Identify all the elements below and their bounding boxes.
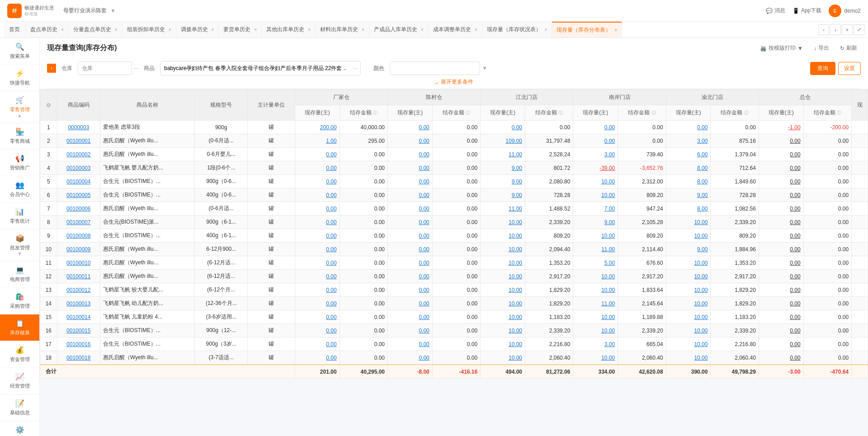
- cell-yubei-cur[interactable]: 10.00: [666, 229, 711, 243]
- cell-chenshi-cur[interactable]: 0.00: [388, 256, 433, 270]
- cell-yubei-cur[interactable]: 10.00: [666, 216, 711, 229]
- cell-yubei-cur[interactable]: 10.00: [666, 270, 711, 283]
- setting-button[interactable]: 设置: [838, 62, 861, 75]
- tab-expand-btn[interactable]: ⤢: [854, 24, 864, 35]
- sidebar-item-member[interactable]: 👥 会员中心: [0, 176, 39, 203]
- cell-jiangbei-cur[interactable]: 11.00: [481, 202, 525, 216]
- cell-code[interactable]: 00100005: [57, 188, 100, 202]
- cell-factory-cur[interactable]: 0.00: [295, 161, 340, 175]
- cell-nanan-cur[interactable]: 11.00: [573, 297, 618, 310]
- sidebar-item-wholesale[interactable]: 📦 批发管理 ▼: [0, 230, 39, 261]
- sidebar-item-system[interactable]: ⚙️ 系统管理: [0, 421, 39, 436]
- cell-yubei-cur[interactable]: 10.00: [666, 324, 711, 338]
- cell-factory-cur[interactable]: 0.00: [295, 297, 340, 310]
- tab-close-icon[interactable]: ×: [421, 27, 424, 32]
- cell-nanan-cur[interactable]: 11.00: [573, 243, 618, 256]
- tab-material-out[interactable]: 材料出库单历史 ×: [316, 22, 369, 38]
- cell-nanan-cur[interactable]: 10.00: [573, 270, 618, 283]
- cell-factory-cur[interactable]: 0.00: [295, 148, 340, 161]
- cell-chenshi-cur[interactable]: 0.00: [388, 216, 433, 229]
- cell-total-cur[interactable]: 0.00: [759, 310, 803, 324]
- app-download-btn[interactable]: 📱 App下载: [793, 7, 821, 14]
- cell-yubei-cur[interactable]: 0.00: [666, 121, 711, 134]
- sidebar-item-basic[interactable]: 📝 基础信息: [0, 394, 39, 421]
- cell-total-cur[interactable]: 0.00: [759, 283, 803, 297]
- cell-total-cur[interactable]: 0.00: [759, 270, 803, 283]
- tab-cost-adjust[interactable]: 成本调整单历史 ×: [429, 22, 482, 38]
- sidebar-item-purchase[interactable]: 🛍️ 采购管理: [0, 288, 39, 314]
- cell-code[interactable]: 00100007: [57, 216, 100, 229]
- cell-jiangbei-cur[interactable]: 10.00: [481, 270, 525, 283]
- search-button[interactable]: 查询: [810, 62, 835, 75]
- cell-factory-cur[interactable]: 0.00: [295, 310, 340, 324]
- cell-yubei-cur[interactable]: 9.00: [666, 188, 711, 202]
- sidebar-item-quick-nav[interactable]: ⚡ 快捷导航: [0, 65, 39, 91]
- cell-code[interactable]: 00100014: [57, 310, 100, 324]
- cell-chenshi-cur[interactable]: 0.00: [388, 270, 433, 283]
- cell-total-cur[interactable]: 0.00: [759, 188, 803, 202]
- cell-factory-cur[interactable]: 0.00: [295, 243, 340, 256]
- cell-code[interactable]: 00100004: [57, 175, 100, 188]
- cell-total-cur[interactable]: -1.00: [759, 121, 803, 134]
- cell-yubei-cur[interactable]: 3.00: [666, 134, 711, 148]
- cell-factory-cur[interactable]: 0.00: [295, 283, 340, 297]
- cell-yubei-cur[interactable]: 8.00: [666, 161, 711, 175]
- cell-total-cur[interactable]: 0.00: [759, 216, 803, 229]
- cell-total-cur[interactable]: 0.00: [759, 134, 803, 148]
- cell-nanan-cur[interactable]: 10.00: [573, 188, 618, 202]
- sidebar-item-retail-stats[interactable]: 📊 零售统计: [0, 203, 39, 230]
- cell-chenshi-cur[interactable]: 0.00: [388, 338, 433, 351]
- cell-total-cur[interactable]: 0.00: [759, 161, 803, 175]
- sidebar-item-retail-store[interactable]: 🏪 零售商城: [0, 123, 39, 150]
- cell-code[interactable]: 00100018: [57, 351, 100, 365]
- tab-requisition[interactable]: 要货单历史 ×: [219, 22, 262, 38]
- user-avatar[interactable]: E demo2: [829, 5, 861, 17]
- cell-factory-cur[interactable]: 0.00: [295, 270, 340, 283]
- cell-nanan-cur[interactable]: 5.00: [573, 256, 618, 270]
- expand-more-row[interactable]: ⌄ 展开更多条件: [47, 75, 861, 89]
- cell-factory-cur[interactable]: 0.00: [295, 216, 340, 229]
- cell-jiangbei-cur[interactable]: 10.00: [481, 229, 525, 243]
- cell-jiangbei-cur[interactable]: 10.00: [481, 324, 525, 338]
- cell-jiangbei-cur[interactable]: 9.00: [481, 161, 525, 175]
- cell-total-cur[interactable]: 0.00: [759, 148, 803, 161]
- cell-code[interactable]: 00100016: [57, 338, 100, 351]
- cell-jiangbei-cur[interactable]: 10.00: [481, 351, 525, 365]
- cell-total-cur[interactable]: 0.00: [759, 202, 803, 216]
- cell-code[interactable]: 0000003: [57, 121, 100, 134]
- cell-factory-cur[interactable]: 0.00: [295, 338, 340, 351]
- cell-chenshi-cur[interactable]: 0.00: [388, 283, 433, 297]
- cell-nanan-cur[interactable]: 7.00: [573, 202, 618, 216]
- tab-stock-dist[interactable]: 现存量（库存分布表） ×: [552, 22, 622, 38]
- industry-selector[interactable]: 母婴行业演示陈套 ▼: [63, 7, 116, 14]
- cell-factory-cur[interactable]: 0.00: [295, 351, 340, 365]
- cell-total-cur[interactable]: 0.00: [759, 351, 803, 365]
- cell-nanan-cur[interactable]: 9.00: [573, 216, 618, 229]
- cell-jiangbei-cur[interactable]: 11.00: [481, 148, 525, 161]
- cell-chenshi-cur[interactable]: 0.00: [388, 229, 433, 243]
- cell-chenshi-cur[interactable]: 0.00: [388, 310, 433, 324]
- cell-factory-cur[interactable]: 0.00: [295, 202, 340, 216]
- cell-nanan-cur[interactable]: 10.00: [573, 175, 618, 188]
- tab-close-icon[interactable]: ×: [254, 27, 257, 32]
- cell-chenshi-cur[interactable]: 0.00: [388, 297, 433, 310]
- cell-yubei-cur[interactable]: 10.00: [666, 297, 711, 310]
- cell-factory-cur[interactable]: 0.00: [295, 324, 340, 338]
- cell-total-cur[interactable]: 0.00: [759, 338, 803, 351]
- settings-icon[interactable]: ⚙: [46, 102, 51, 108]
- cell-code[interactable]: 00100013: [57, 297, 100, 310]
- tab-close-icon[interactable]: ×: [212, 27, 214, 32]
- cell-yubei-cur[interactable]: 6.00: [666, 148, 711, 161]
- cell-yubei-cur[interactable]: 8.00: [666, 202, 711, 216]
- tab-stock-check2[interactable]: 分量盘点单历史 ×: [69, 22, 123, 38]
- cell-nanan-cur[interactable]: 10.00: [573, 351, 618, 365]
- tab-stock-check[interactable]: 盘点单历史 ×: [26, 22, 69, 38]
- cell-nanan-cur[interactable]: 10.00: [573, 229, 618, 243]
- cell-code[interactable]: 00100015: [57, 324, 100, 338]
- tab-close-icon[interactable]: ×: [545, 27, 547, 32]
- cell-factory-cur[interactable]: 0.00: [295, 229, 340, 243]
- cell-factory-cur[interactable]: 200.00: [295, 121, 340, 134]
- cell-code[interactable]: 00100002: [57, 148, 100, 161]
- cell-chenshi-cur[interactable]: 0.00: [388, 121, 433, 134]
- sidebar-item-stock[interactable]: 📋 库存核算: [0, 314, 39, 341]
